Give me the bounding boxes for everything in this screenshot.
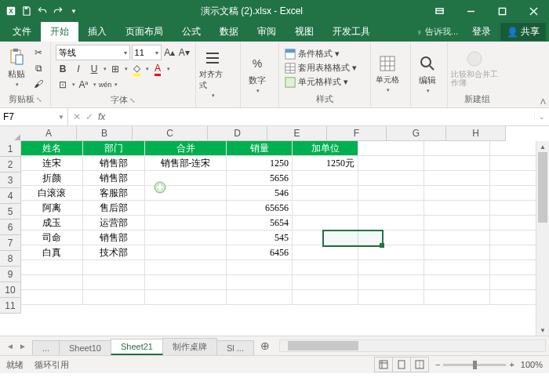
cell[interactable] xyxy=(145,201,227,216)
cell[interactable] xyxy=(358,260,424,275)
cell[interactable]: 545 xyxy=(227,230,293,245)
cell[interactable]: 部门 xyxy=(83,141,145,156)
row-header[interactable]: 3 xyxy=(0,172,21,188)
underline-button[interactable]: U xyxy=(87,62,101,76)
row-header[interactable]: 8 xyxy=(0,251,21,267)
cell[interactable] xyxy=(145,171,227,186)
cell[interactable] xyxy=(424,141,490,156)
conditional-format-button[interactable]: 条件格式 ▾ xyxy=(282,47,359,60)
cell[interactable]: 销售部 xyxy=(83,230,145,245)
cell[interactable]: 销售部 xyxy=(83,171,145,186)
sheet-nav[interactable]: ◄► xyxy=(0,340,33,352)
cell[interactable] xyxy=(83,290,145,305)
cell[interactable] xyxy=(293,230,358,245)
cell[interactable] xyxy=(358,230,424,245)
name-box[interactable]: F7▼ xyxy=(0,108,68,125)
cell[interactable] xyxy=(424,216,490,230)
cell[interactable] xyxy=(227,260,293,275)
cell[interactable] xyxy=(145,186,227,201)
sheet-tab-prev[interactable]: ... xyxy=(32,340,60,355)
row-header[interactable]: 2 xyxy=(0,157,21,172)
enter-formula-icon[interactable]: ✓ xyxy=(85,111,93,122)
ribbon-options-icon[interactable] xyxy=(424,0,455,22)
cell[interactable] xyxy=(145,245,227,260)
cell[interactable]: 加单位 xyxy=(293,141,358,156)
column-headers[interactable]: ABCDEFGH xyxy=(21,126,506,141)
border-button[interactable]: ⊞ xyxy=(108,62,122,76)
cell[interactable] xyxy=(293,290,358,305)
cell[interactable] xyxy=(293,186,358,201)
font-color-button[interactable]: A xyxy=(151,62,165,76)
cell[interactable] xyxy=(145,290,227,305)
cell[interactable] xyxy=(424,275,490,290)
cell[interactable] xyxy=(21,275,83,290)
cell[interactable]: 546 xyxy=(227,186,293,201)
row-header[interactable]: 1 xyxy=(0,141,21,157)
table-format-button[interactable]: 套用表格格式 ▾ xyxy=(282,61,359,74)
row-header[interactable]: 11 xyxy=(0,298,21,314)
cell[interactable]: 姓名 xyxy=(21,141,83,156)
cell[interactable] xyxy=(424,230,490,245)
cell[interactable] xyxy=(424,201,490,216)
row-header[interactable]: 7 xyxy=(0,235,21,251)
cell[interactable] xyxy=(83,275,145,290)
cell[interactable]: 阿离 xyxy=(21,201,83,216)
cell[interactable]: 成玉 xyxy=(21,216,83,230)
col-header[interactable]: F xyxy=(327,126,387,141)
zoom-out-icon[interactable]: − xyxy=(435,360,440,369)
cell[interactable] xyxy=(145,230,227,245)
cell[interactable] xyxy=(293,201,358,216)
collapse-ribbon-icon[interactable]: ᐱ xyxy=(540,97,546,106)
cell[interactable]: 合并 xyxy=(145,141,227,156)
cell-style-button[interactable]: 单元格样式 ▾ xyxy=(282,75,359,89)
select-all-corner[interactable] xyxy=(0,126,22,142)
fill-color-button[interactable]: ◇ xyxy=(129,62,144,76)
horizontal-scrollbar[interactable] xyxy=(279,339,546,352)
cell[interactable]: 售后部 xyxy=(83,201,145,216)
save-icon[interactable] xyxy=(20,5,33,17)
cell[interactable]: 5656 xyxy=(227,171,293,186)
cell[interactable]: 销售部-连宋 xyxy=(145,156,227,171)
cell[interactable] xyxy=(358,201,424,216)
zoom-level[interactable]: 100% xyxy=(521,360,543,369)
cell[interactable] xyxy=(293,216,358,230)
col-header[interactable]: A xyxy=(21,126,77,141)
cell[interactable]: 销售部 xyxy=(83,156,145,171)
sheet-tab[interactable]: 制作桌牌 xyxy=(162,338,217,355)
format-painter-icon[interactable]: 🖌 xyxy=(31,77,45,91)
cancel-formula-icon[interactable]: ✕ xyxy=(73,111,81,122)
cell[interactable] xyxy=(358,245,424,260)
tell-me-search[interactable]: ♀告诉我... xyxy=(412,24,463,40)
sheet-tab[interactable]: Sl ... xyxy=(216,340,254,355)
cell[interactable] xyxy=(424,156,490,171)
col-header[interactable]: C xyxy=(133,126,208,141)
page-layout-view-icon[interactable] xyxy=(392,357,411,372)
row-header[interactable]: 4 xyxy=(0,188,21,204)
cell[interactable] xyxy=(83,260,145,275)
tab-formulas[interactable]: 公式 xyxy=(173,22,210,42)
tab-file[interactable]: 文件 xyxy=(3,22,41,42)
theme-font-icon[interactable]: Aᵃ xyxy=(77,78,91,92)
cell[interactable] xyxy=(358,275,424,290)
scroll-up-icon[interactable]: ▲ xyxy=(536,141,549,152)
cell[interactable] xyxy=(358,290,424,305)
tab-layout[interactable]: 页面布局 xyxy=(116,22,173,42)
col-header[interactable]: D xyxy=(208,126,267,141)
cell[interactable] xyxy=(358,186,424,201)
cell[interactable] xyxy=(358,156,424,171)
cell[interactable] xyxy=(21,260,83,275)
cell[interactable]: 连宋 xyxy=(21,156,83,171)
close-button[interactable] xyxy=(518,0,549,22)
cell[interactable] xyxy=(424,186,490,201)
cell[interactable] xyxy=(293,275,358,290)
decrease-font-icon[interactable]: A▾ xyxy=(178,45,191,60)
scroll-down-icon[interactable]: ▼ xyxy=(536,325,549,336)
zoom-slider[interactable]: − + xyxy=(435,360,514,369)
new-sheet-button[interactable]: ⊕ xyxy=(254,337,276,354)
cell[interactable]: 1250 xyxy=(227,156,293,171)
cell[interactable]: 运营部 xyxy=(83,216,145,230)
row-headers[interactable]: 1234567891011 xyxy=(0,141,21,314)
font-name-select[interactable]: 等线▾ xyxy=(56,45,130,60)
redo-icon[interactable] xyxy=(52,5,64,17)
dialog-launcher-icon[interactable]: ⤡ xyxy=(36,96,42,103)
